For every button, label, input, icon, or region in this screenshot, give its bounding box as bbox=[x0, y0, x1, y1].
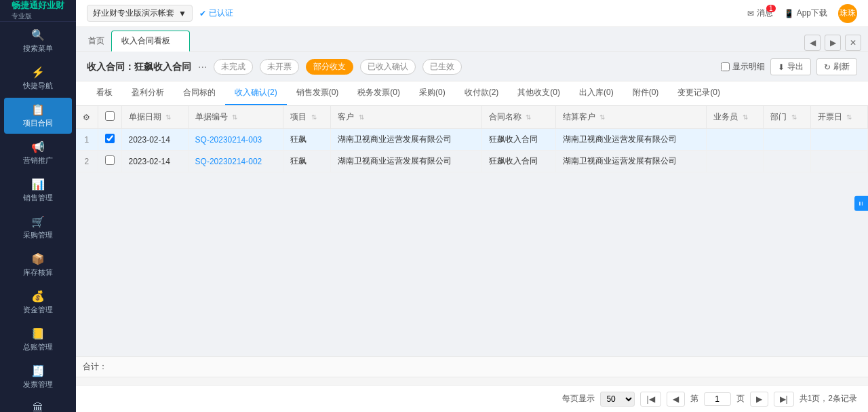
message-badge: 1 bbox=[766, 5, 776, 12]
sidebar-item-2[interactable]: 📋 项目合同 bbox=[4, 98, 72, 134]
customer-col-header[interactable]: 客户 ⇅ bbox=[331, 106, 481, 129]
message-button[interactable]: ✉ 消息 1 bbox=[747, 7, 773, 19]
settle-customer-col-header[interactable]: 结算客户 ⇅ bbox=[555, 106, 706, 129]
row-settle-customer-0: 湖南卫视商业运营发展有限公司 bbox=[555, 129, 706, 151]
refresh-icon: ↻ bbox=[824, 62, 831, 72]
inner-tab-7[interactable]: 收付款(2) bbox=[455, 81, 509, 105]
sidebar-item-label-6: 库存核算 bbox=[23, 267, 53, 278]
inner-tab-9[interactable]: 出入库(0) bbox=[570, 81, 623, 105]
tab-bar: 首页 收入合同看板 ✕ ◀ ▶ ✕ bbox=[76, 27, 868, 52]
inner-tab-2[interactable]: 合同标的 bbox=[174, 81, 225, 105]
inner-tab-3[interactable]: 收入确认(2) bbox=[225, 81, 287, 105]
row-salesman-1 bbox=[707, 151, 764, 172]
row-number-1[interactable]: SQ-20230214-002 bbox=[188, 151, 283, 172]
horizontal-scrollbar[interactable] bbox=[76, 377, 868, 385]
tab-contract-board[interactable]: 收入合同看板 ✕ bbox=[111, 31, 190, 52]
row-dept-0 bbox=[764, 129, 811, 151]
inner-tab-10[interactable]: 附件(0) bbox=[623, 81, 669, 105]
export-button[interactable]: ⬇ 导出 bbox=[770, 58, 811, 75]
status-effective[interactable]: 已生效 bbox=[422, 59, 462, 75]
sidebar-item-10[interactable]: 🏛 税务管理 bbox=[4, 396, 72, 412]
sidebar-item-label-7: 资金管理 bbox=[23, 305, 53, 315]
row-project-1: 狂飙 bbox=[283, 151, 331, 172]
inner-tab-0[interactable]: 看板 bbox=[87, 81, 122, 105]
sidebar-item-label-9: 发票管理 bbox=[23, 379, 53, 390]
sidebar-item-4[interactable]: 📊 销售管理 bbox=[4, 172, 72, 208]
row-date-1: 2023-02-14 bbox=[121, 151, 188, 172]
topbar-right: ✉ 消息 1 📱 App下载 珠珠 bbox=[747, 4, 857, 23]
sidebar-item-icon-5: 🛒 bbox=[31, 215, 45, 228]
row-checkbox-1[interactable] bbox=[98, 151, 121, 172]
sidebar-item-3[interactable]: 📢 营销推广 bbox=[4, 135, 72, 171]
tab-close-icon[interactable]: ✕ bbox=[174, 37, 180, 45]
pagination: 每页显示 50 100 200 |◀ ◀ 第 页 ▶ ▶| 共1页，2条记录 bbox=[76, 385, 868, 412]
sidebar-item-8[interactable]: 📒 总账管理 bbox=[4, 322, 72, 358]
next-page-button[interactable]: ▶ bbox=[750, 392, 768, 407]
inner-tab-11[interactable]: 变更记录(0) bbox=[668, 81, 730, 105]
project-col-header[interactable]: 项目 ⇅ bbox=[283, 106, 331, 129]
row-number-0[interactable]: SQ-20230214-003 bbox=[188, 129, 283, 151]
company-selector[interactable]: 好业财专业版演示帐套 ▼ bbox=[87, 5, 193, 22]
avatar[interactable]: 珠珠 bbox=[838, 4, 857, 23]
nav-close-button[interactable]: ✕ bbox=[845, 35, 861, 51]
checkbox-col-header[interactable] bbox=[98, 106, 121, 129]
last-page-button[interactable]: ▶| bbox=[774, 392, 794, 407]
chevron-down-icon: ▼ bbox=[178, 9, 186, 18]
content-header: 收入合同：狂飙收入合同 ··· 未完成 未开票 部分收支 已收入确认 已生效 显… bbox=[76, 52, 868, 81]
row-checkbox-0[interactable] bbox=[98, 129, 121, 151]
inner-tab-8[interactable]: 其他收支(0) bbox=[508, 81, 570, 105]
action-buttons: 显示明细 ⬇ 导出 ↻ 刷新 bbox=[721, 58, 857, 75]
first-page-button[interactable]: |◀ bbox=[640, 392, 660, 407]
sidebar-item-1[interactable]: ⚡ 快捷导航 bbox=[4, 60, 72, 96]
row-project-0: 狂飙 bbox=[283, 129, 331, 151]
inner-tab-6[interactable]: 采购(0) bbox=[410, 81, 455, 105]
select-all-checkbox[interactable] bbox=[105, 111, 115, 121]
message-icon: ✉ bbox=[747, 9, 754, 18]
sidebar-item-5[interactable]: 🛒 采购管理 bbox=[4, 210, 72, 246]
per-page-select[interactable]: 50 100 200 bbox=[600, 392, 635, 407]
row-settle-customer-1: 湖南卫视商业运营发展有限公司 bbox=[555, 151, 706, 172]
date-col-header[interactable]: 单据日期 ⇅ bbox=[121, 106, 188, 129]
salesman-col-header[interactable]: 业务员 ⇅ bbox=[707, 106, 764, 129]
sidebar-item-9[interactable]: 🧾 发票管理 bbox=[4, 359, 72, 395]
inner-tab-4[interactable]: 销售发票(0) bbox=[287, 81, 349, 105]
show-detail-checkbox[interactable] bbox=[721, 62, 730, 71]
show-detail-toggle[interactable]: 显示明细 bbox=[721, 61, 765, 73]
sidebar-item-7[interactable]: 💰 资金管理 bbox=[4, 284, 72, 320]
nav-next-button[interactable]: ▶ bbox=[825, 35, 841, 51]
contract-page: 收入合同：狂飙收入合同 ··· 未完成 未开票 部分收支 已收入确认 已生效 显… bbox=[76, 52, 868, 412]
float-right-panel-btn[interactable]: ≡ bbox=[854, 196, 868, 211]
inner-tab-1[interactable]: 盈利分析 bbox=[122, 81, 174, 105]
check-icon: ✔ bbox=[199, 9, 206, 18]
table-row[interactable]: 1 2023-02-14 SQ-20230214-003 狂飙 湖南卫视商业运营… bbox=[76, 129, 868, 151]
sidebar-item-icon-1: ⚡ bbox=[31, 66, 45, 79]
contract-name-col-header[interactable]: 合同名称 ⇅ bbox=[481, 106, 555, 129]
nav-prev-button[interactable]: ◀ bbox=[804, 35, 821, 51]
current-page-input[interactable] bbox=[704, 392, 731, 406]
sidebar-item-6[interactable]: 📦 库存核算 bbox=[4, 247, 72, 283]
tab-home[interactable]: 首页 bbox=[83, 31, 110, 51]
refresh-button[interactable]: ↻ 刷新 bbox=[816, 58, 857, 75]
status-confirmed[interactable]: 已收入确认 bbox=[360, 59, 416, 75]
dept-col-header[interactable]: 部门 ⇅ bbox=[764, 106, 811, 129]
table-summary: 合计： bbox=[76, 356, 868, 377]
tab-contract-label: 收入合同看板 bbox=[121, 35, 170, 47]
number-col-header[interactable]: 单据编号 ⇅ bbox=[188, 106, 283, 129]
sort-icon: ⇅ bbox=[165, 113, 171, 121]
table-head: ⚙ 单据日期 ⇅ 单据编号 ⇅ 项目 ⇅ 客户 ⇅ 合同名称 ⇅ 结算客户 ⇅ … bbox=[76, 106, 868, 129]
invoice-date-col-header[interactable]: 开票日 ⇅ bbox=[811, 106, 868, 129]
sort-icon: ⇅ bbox=[311, 113, 317, 121]
table-row[interactable]: 2 2023-02-14 SQ-20230214-002 狂飙 湖南卫视商业运营… bbox=[76, 151, 868, 172]
sidebar-item-0[interactable]: 🔍 搜索菜单 bbox=[4, 23, 72, 59]
status-partial[interactable]: 部分收支 bbox=[306, 59, 353, 75]
more-button[interactable]: ··· bbox=[198, 61, 207, 73]
panel-icon: ≡ bbox=[857, 202, 865, 206]
inner-tab-5[interactable]: 税务发票(0) bbox=[348, 81, 410, 105]
sidebar-item-icon-10: 🏛 bbox=[33, 402, 43, 412]
prev-page-button[interactable]: ◀ bbox=[667, 392, 685, 407]
row-date-0: 2023-02-14 bbox=[121, 129, 188, 151]
status-uninvoiced[interactable]: 未开票 bbox=[260, 59, 299, 75]
status-incomplete[interactable]: 未完成 bbox=[214, 59, 253, 75]
app-download-button[interactable]: 📱 App下载 bbox=[784, 7, 827, 19]
sidebar-item-icon-0: 🔍 bbox=[31, 29, 45, 41]
